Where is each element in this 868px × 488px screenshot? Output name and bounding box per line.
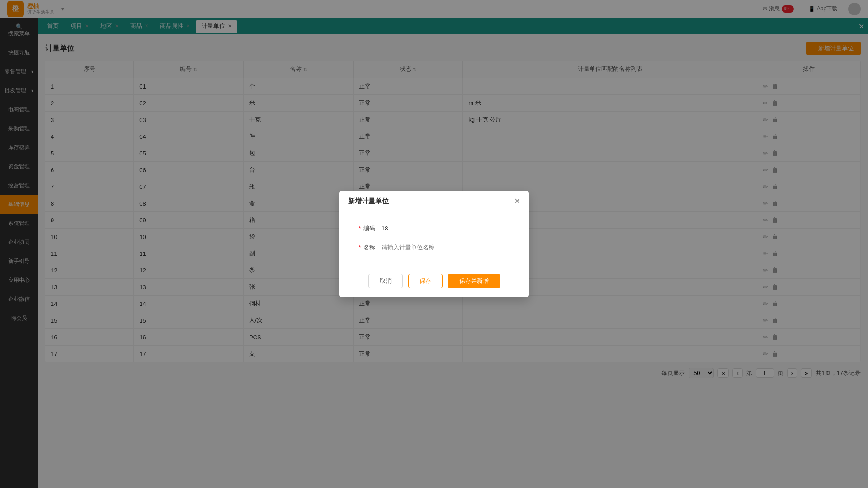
- form-row-code: * 编码: [348, 223, 520, 234]
- modal-footer: 取消 保存 保存并新增: [339, 268, 529, 297]
- form-label-name: * 名称: [348, 244, 375, 252]
- name-input[interactable]: [379, 242, 520, 253]
- modal-body: * 编码 * 名称: [339, 212, 529, 268]
- modal-header: 新增计量单位 ✕: [339, 191, 529, 212]
- modal-overlay[interactable]: 新增计量单位 ✕ * 编码 * 名称 取消 保存 保存并新增: [0, 0, 868, 488]
- code-input[interactable]: [379, 223, 520, 234]
- form-label-code: * 编码: [348, 225, 375, 233]
- save-button[interactable]: 保存: [408, 274, 443, 288]
- cancel-button[interactable]: 取消: [368, 274, 403, 288]
- form-row-name: * 名称: [348, 242, 520, 253]
- save-new-button[interactable]: 保存并新增: [448, 274, 500, 288]
- required-star-name: *: [359, 244, 361, 251]
- add-unit-modal: 新增计量单位 ✕ * 编码 * 名称 取消 保存 保存并新增: [339, 191, 529, 297]
- modal-close-btn[interactable]: ✕: [514, 197, 520, 206]
- required-star-code: *: [359, 225, 361, 232]
- modal-title: 新增计量单位: [348, 197, 389, 206]
